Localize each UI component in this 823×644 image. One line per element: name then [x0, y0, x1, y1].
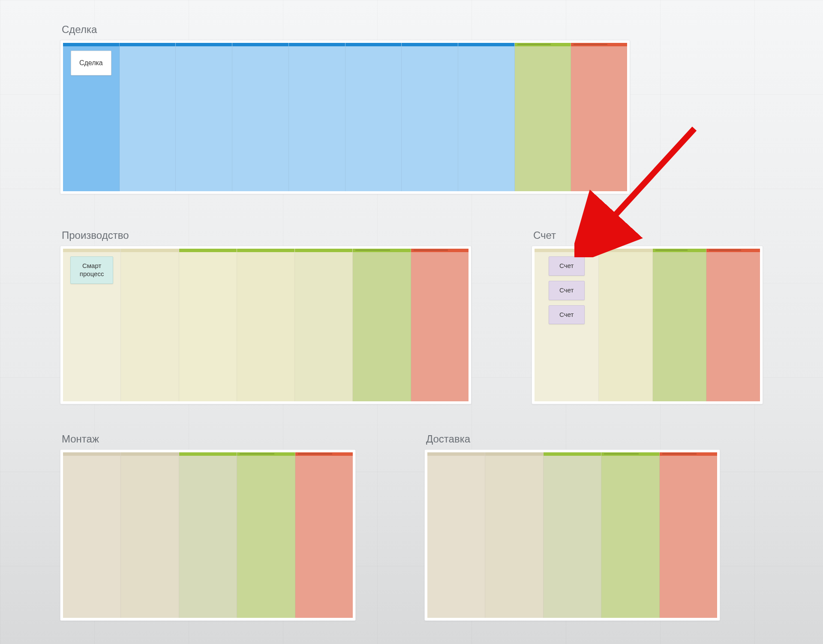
- smart-process-card[interactable]: Смарт процесс: [70, 256, 113, 284]
- invoice-card[interactable]: Счет: [549, 305, 585, 325]
- kanban-board[interactable]: Смарт процесс: [60, 246, 472, 404]
- stage[interactable]: [121, 249, 179, 401]
- stage[interactable]: [289, 43, 345, 191]
- funnel-deal[interactable]: Сделка Сделка: [60, 24, 630, 194]
- stage[interactable]: [402, 43, 458, 191]
- stage-success[interactable]: [653, 249, 707, 401]
- stage[interactable]: [427, 452, 485, 618]
- workflow-canvas[interactable]: Сделка Сделка Производство: [0, 0, 823, 644]
- invoice-card[interactable]: Счет: [549, 256, 585, 276]
- stage-fail[interactable]: [660, 452, 717, 618]
- funnel-title: Монтаж: [62, 433, 356, 445]
- stage-success[interactable]: [515, 43, 571, 191]
- stage[interactable]: Счет Счет Счет: [535, 249, 599, 401]
- funnel-title: Сделка: [62, 24, 630, 36]
- stage[interactable]: Сделка: [63, 43, 120, 191]
- stage[interactable]: [485, 452, 543, 618]
- funnel-title: Счет: [533, 229, 763, 241]
- kanban-board[interactable]: [424, 449, 720, 621]
- stage[interactable]: [179, 452, 237, 618]
- kanban-board[interactable]: Сделка: [60, 40, 630, 194]
- stage-fail[interactable]: [411, 249, 469, 401]
- deal-card[interactable]: Сделка: [71, 51, 111, 75]
- invoice-card[interactable]: Счет: [549, 281, 585, 300]
- stage[interactable]: [176, 43, 232, 191]
- stage[interactable]: [121, 452, 179, 618]
- stage-fail[interactable]: [706, 249, 760, 401]
- stage-fail[interactable]: [571, 43, 627, 191]
- funnel-install[interactable]: Монтаж: [60, 433, 356, 621]
- kanban-board[interactable]: Счет Счет Счет: [532, 246, 763, 404]
- stage[interactable]: [232, 43, 289, 191]
- funnel-invoice[interactable]: Счет Счет Счет Счет: [532, 229, 763, 404]
- funnel-delivery[interactable]: Доставка: [424, 433, 720, 621]
- stage[interactable]: [63, 452, 121, 618]
- kanban-board[interactable]: [60, 449, 356, 621]
- stage[interactable]: [179, 249, 237, 401]
- funnel-title: Доставка: [426, 433, 720, 445]
- stage[interactable]: Смарт процесс: [63, 249, 121, 401]
- funnel-title: Производство: [62, 229, 472, 241]
- stage-success[interactable]: [353, 249, 411, 401]
- stage[interactable]: [295, 249, 353, 401]
- stage[interactable]: [544, 452, 601, 618]
- stage-fail[interactable]: [295, 452, 353, 618]
- stage-success[interactable]: [601, 452, 659, 618]
- stage-success[interactable]: [237, 452, 295, 618]
- stage[interactable]: [237, 249, 295, 401]
- stage[interactable]: [120, 43, 176, 191]
- funnel-production[interactable]: Производство Смарт процесс: [60, 229, 472, 404]
- stage[interactable]: [458, 43, 515, 191]
- stage[interactable]: [599, 249, 653, 401]
- stage[interactable]: [345, 43, 402, 191]
